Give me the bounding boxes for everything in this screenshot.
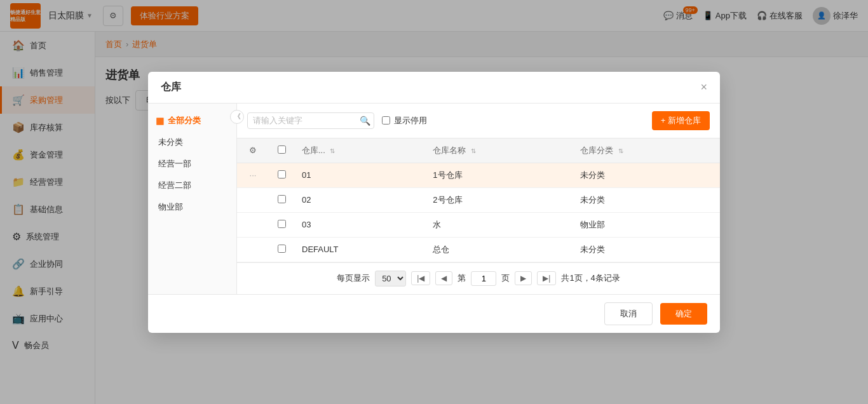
pagination: 每页显示 50 |◀ ◀ 第 页 ▶ ▶| 共1页，4条记录: [237, 262, 720, 294]
modal-footer: 取消 确定: [148, 294, 720, 333]
show-disabled-checkbox[interactable]: [382, 116, 390, 125]
page-label: 第: [458, 273, 466, 284]
row-name-0: 1号仓库: [425, 163, 573, 187]
all-category-label: 全部分类: [168, 115, 201, 126]
row-code-0: 01: [294, 163, 425, 187]
warehouse-table-wrap: ⚙ 仓库... ⇅ 仓库名称 ⇅: [237, 138, 720, 262]
search-input[interactable]: [253, 116, 360, 125]
table-row[interactable]: 03 水 物业部: [237, 212, 720, 237]
modal-toolbar: 🔍 显示停用 + 新增仓库: [237, 104, 720, 138]
row-more-2[interactable]: [237, 212, 269, 237]
modal-overlay: 仓库 × ▦ 全部分类 未分类 经营一部 经营二部 物业部 《: [0, 0, 868, 404]
row-cat-1: 未分类: [573, 187, 720, 212]
page-next-btn[interactable]: ▶: [515, 271, 532, 285]
total-label: 共1页，4条记录: [561, 273, 620, 284]
modal-body: ▦ 全部分类 未分类 经营一部 经营二部 物业部 《 🔍: [148, 104, 720, 294]
row-check-2[interactable]: [269, 212, 294, 237]
row-check-0[interactable]: [269, 163, 294, 187]
page-number-input[interactable]: [471, 271, 496, 286]
all-category[interactable]: ▦ 全部分类: [148, 110, 236, 131]
row-checkbox-2[interactable]: [278, 220, 286, 228]
cat-item-2[interactable]: 经营二部: [148, 175, 236, 196]
row-checkbox-1[interactable]: [278, 195, 286, 203]
warehouse-table: ⚙ 仓库... ⇅ 仓库名称 ⇅: [237, 138, 720, 262]
cat-item-3[interactable]: 物业部: [148, 196, 236, 218]
table-body: ··· 01 1号仓库 未分类: [237, 163, 720, 262]
page-size-select[interactable]: 50: [375, 271, 406, 286]
sort-cat-icon: ⇅: [618, 147, 623, 154]
table-row[interactable]: ··· 01 1号仓库 未分类: [237, 163, 720, 187]
row-checkbox-0[interactable]: [278, 170, 286, 178]
row-name-1: 2号仓库: [425, 187, 573, 212]
page-prev-btn[interactable]: ◀: [435, 271, 452, 285]
sort-name-icon: ⇅: [471, 147, 476, 154]
table-row[interactable]: 02 2号仓库 未分类: [237, 187, 720, 212]
th-check[interactable]: [269, 138, 294, 163]
grid-icon: ▦: [156, 116, 164, 126]
page-size-label: 每页显示: [337, 273, 370, 284]
show-disabled-label: 显示停用: [394, 115, 427, 126]
modal-category-sidebar: ▦ 全部分类 未分类 经营一部 经营二部 物业部 《: [148, 104, 237, 294]
th-category[interactable]: 仓库分类 ⇅: [573, 138, 720, 163]
show-disabled-checkbox-label[interactable]: 显示停用: [382, 115, 427, 126]
row-cat-3: 未分类: [573, 237, 720, 262]
cat-item-1[interactable]: 经营一部: [148, 153, 236, 175]
th-settings[interactable]: ⚙: [237, 138, 269, 163]
row-check-3[interactable]: [269, 237, 294, 262]
row-code-2: 03: [294, 212, 425, 237]
row-code-3: DEFAULT: [294, 237, 425, 262]
cancel-button[interactable]: 取消: [604, 302, 653, 325]
table-row[interactable]: DEFAULT 总仓 未分类: [237, 237, 720, 262]
select-all-checkbox[interactable]: [278, 145, 286, 154]
add-warehouse-button[interactable]: + 新增仓库: [652, 111, 710, 130]
row-more-0[interactable]: ···: [237, 163, 269, 187]
modal-header: 仓库 ×: [148, 72, 720, 104]
confirm-button[interactable]: 确定: [660, 303, 707, 325]
modal-main-content: 🔍 显示停用 + 新增仓库 ⚙: [237, 104, 720, 294]
row-name-2: 水: [425, 212, 573, 237]
row-name-3: 总仓: [425, 237, 573, 262]
search-icon[interactable]: 🔍: [360, 116, 370, 126]
sort-code-icon: ⇅: [330, 147, 335, 154]
row-code-1: 02: [294, 187, 425, 212]
table-header: ⚙ 仓库... ⇅ 仓库名称 ⇅: [237, 138, 720, 163]
page-last-btn[interactable]: ▶|: [537, 271, 556, 285]
row-check-1[interactable]: [269, 187, 294, 212]
row-cat-2: 物业部: [573, 212, 720, 237]
th-code[interactable]: 仓库... ⇅: [294, 138, 425, 163]
row-more-3[interactable]: [237, 237, 269, 262]
row-more-1[interactable]: [237, 187, 269, 212]
search-box[interactable]: 🔍: [247, 112, 374, 129]
page-unit: 页: [501, 273, 510, 284]
row-checkbox-3[interactable]: [278, 245, 286, 253]
warehouse-modal: 仓库 × ▦ 全部分类 未分类 经营一部 经营二部 物业部 《: [148, 72, 720, 333]
modal-title: 仓库: [161, 81, 181, 94]
page-first-btn[interactable]: |◀: [411, 271, 430, 285]
sidebar-collapse-button[interactable]: 《: [230, 110, 244, 124]
cat-item-0[interactable]: 未分类: [148, 131, 236, 153]
modal-close-button[interactable]: ×: [700, 81, 707, 93]
row-cat-0: 未分类: [573, 163, 720, 187]
th-name[interactable]: 仓库名称 ⇅: [425, 138, 573, 163]
